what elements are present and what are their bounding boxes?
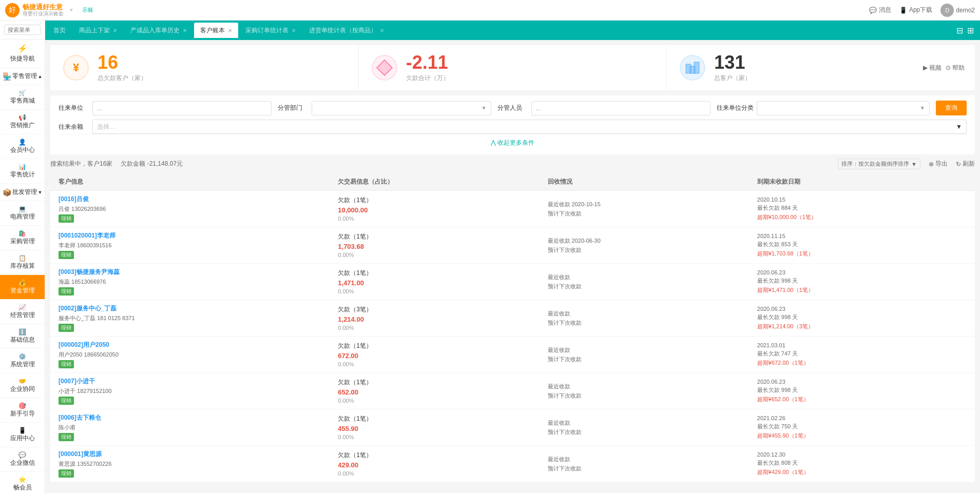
- sidebar-item-base-info[interactable]: ℹ️ 基础信息: [0, 324, 45, 349]
- due-date-3: 2020.06.23: [757, 269, 967, 275]
- customer-name-1[interactable]: [0016]吕俊: [59, 195, 338, 204]
- customer-info-2: [0001020001]李老师 李老师 18600391516 现销: [59, 231, 338, 259]
- sidebar-item-app-center[interactable]: 📱 应用中心: [0, 423, 45, 447]
- tab-close-product-inbound[interactable]: ✕: [183, 28, 187, 33]
- debt-info-4: 欠款（3笔） 1,214.00 0.00%: [338, 305, 547, 331]
- app-container: 好 畅捷通好生意 母婴行业演示账套 ▼ 示账 💬 消息 📱 App下载 D de…: [0, 0, 980, 493]
- sidebar-item-batch-mgmt[interactable]: 📦 批发管理 ▼: [0, 184, 45, 201]
- department-label: 分管部门: [278, 104, 309, 112]
- tab-close-inbound-stats[interactable]: ✕: [380, 28, 384, 33]
- help-btn[interactable]: ⊙ 帮助: [946, 64, 965, 72]
- sidebar-item-quick-nav[interactable]: ⚡ 快捷导航: [0, 40, 45, 68]
- tab-product-onoff[interactable]: 商品上下架 ✕: [73, 23, 123, 38]
- video-icon: ▶: [923, 64, 928, 71]
- source-unit-input[interactable]: ...: [92, 101, 272, 115]
- overdue-link-3[interactable]: 超期¥1,471.00（1笔）: [757, 286, 967, 294]
- app-download-nav[interactable]: 📱 App下载: [899, 6, 932, 14]
- video-btn[interactable]: ▶ 视频: [923, 64, 941, 72]
- results-info: 搜索结果中，客户16家 欠款金额 -21,148.07元: [50, 160, 183, 168]
- sidebar-item-retail-mgmt[interactable]: 🏪 零售管理 ▲: [0, 68, 45, 85]
- overdue-link-1[interactable]: 超期¥10,000.00（1笔）: [757, 213, 967, 221]
- sidebar-item-system[interactable]: ⚙️ 系统管理: [0, 349, 45, 373]
- last-pay-1: 最近收款 2020-10-15: [548, 201, 757, 208]
- stat-card-debt-total: -2.11 欠款合计（万）: [359, 45, 667, 90]
- customer-info-4: [0002]服务中心_丁磊 服务中心_丁磊 181 0125 8371 现销: [59, 304, 338, 332]
- ops-icon: 📈: [2, 304, 43, 311]
- next-pay-5: 预计下次收款: [548, 356, 757, 363]
- corp-collab-icon: 🤝: [2, 378, 43, 385]
- next-pay-4: 预计下次收款: [548, 319, 757, 327]
- purchase-icon: 🛍️: [2, 230, 43, 237]
- customer-tag-3: 现销: [59, 287, 74, 295]
- tab-close-product-onoff[interactable]: ✕: [113, 28, 117, 33]
- query-button[interactable]: 查询: [936, 101, 967, 115]
- tab-home[interactable]: 首页: [47, 23, 72, 38]
- sidebar-item-member-vip[interactable]: ⭐ 畅会员: [0, 472, 45, 493]
- debt-count-5: 欠款（1笔）: [338, 342, 547, 350]
- overdue-link-7[interactable]: 超期¥455.90（1笔）: [757, 432, 967, 440]
- demo-link[interactable]: 示账: [82, 6, 93, 14]
- tab-inbound-stats[interactable]: 进货单统计表（按商品） ✕: [303, 23, 390, 38]
- app-center-icon: 📱: [2, 427, 43, 434]
- minimize-icon[interactable]: ⊟: [956, 26, 963, 35]
- overdue-link-6[interactable]: 超期¥652.00（1笔）: [757, 396, 967, 403]
- sidebar-item-inventory[interactable]: 📋 库存核算: [0, 250, 45, 275]
- sidebar-item-member-center[interactable]: 👤 会员中心: [0, 134, 45, 159]
- dropdown-arrow-icon[interactable]: ▼: [69, 7, 74, 13]
- customer-name-5[interactable]: [000002]用户2050: [59, 341, 338, 349]
- user-avatar[interactable]: D demo2: [940, 4, 975, 17]
- collapse-btn[interactable]: ⋀ 收起更多条件: [59, 134, 967, 149]
- next-pay-6: 预计下次收款: [548, 392, 757, 400]
- sidebar-item-retail-mall[interactable]: 🛒 零售商城: [0, 85, 45, 110]
- overdue-link-2[interactable]: 超期¥1,703.68（1笔）: [757, 250, 967, 258]
- maximize-icon[interactable]: ⊞: [967, 26, 974, 35]
- overdue-link-5[interactable]: 超期¥672.00（1笔）: [757, 359, 967, 367]
- sidebar-item-finance[interactable]: 💰 资金管理: [0, 275, 45, 300]
- balance-select[interactable]: 选择... ▼: [92, 120, 967, 134]
- customer-name-3[interactable]: [0003]畅捷服务尹海蕊: [59, 268, 338, 277]
- customer-name-7[interactable]: [0006]去下粮仓: [59, 413, 338, 422]
- search-input[interactable]: [4, 25, 41, 35]
- debt-info-5: 欠款（1笔） 672.00 0.00%: [338, 342, 547, 367]
- tab-purchase-order[interactable]: 采购订单统计表 ✕: [239, 23, 302, 38]
- sort-select[interactable]: 排序：按欠款金额倒序排序 ▼: [838, 159, 920, 169]
- overdue-link-4[interactable]: 超期¥1,214.00（3笔）: [757, 323, 967, 330]
- sidebar-item-new-guide[interactable]: 🎯 新手引导: [0, 398, 45, 423]
- top-bar: 好 畅捷通好生意 母婴行业演示账套 ▼ 示账 💬 消息 📱 App下载 D de…: [0, 0, 980, 21]
- app-subtitle: 母婴行业演示账套: [23, 11, 64, 17]
- payback-info-2: 最近收款 2020-06-30 预计下次收款: [548, 237, 757, 254]
- last-pay-7: 最近收款: [548, 419, 757, 427]
- export-btn[interactable]: ⊕ 导出: [929, 160, 948, 168]
- sidebar-item-marketing[interactable]: 📢 营销推广: [0, 110, 45, 134]
- customer-name-2[interactable]: [0001020001]李老师: [59, 231, 338, 240]
- manager-label: 分管人员: [497, 104, 528, 112]
- message-nav[interactable]: 💬 消息: [869, 6, 891, 14]
- tab-close-purchase-order[interactable]: ✕: [292, 28, 296, 33]
- tab-product-inbound[interactable]: 产成品入库单历史 ✕: [124, 23, 193, 38]
- sidebar-item-ops[interactable]: 📈 经营管理: [0, 300, 45, 324]
- sidebar-item-corp-collab[interactable]: 🤝 企业协同: [0, 373, 45, 398]
- max-overdue-days-8: 最长欠款 808 天: [757, 459, 967, 467]
- sidebar-item-purchase[interactable]: 🛍️ 采购管理: [0, 226, 45, 250]
- customer-name-8[interactable]: [000001]黄思源: [59, 450, 338, 459]
- sidebar-item-retail-stats[interactable]: 📊 零售统计: [0, 159, 45, 184]
- debt-amount-6: 652.00: [338, 388, 547, 396]
- batch-mgmt-icon: 📦: [3, 188, 11, 196]
- unit-category-input[interactable]: ▼: [757, 101, 930, 115]
- tab-close-customer-account[interactable]: ✕: [228, 28, 232, 33]
- manager-input[interactable]: ...: [531, 101, 710, 115]
- col-header-debt: 欠交易信息（占比）: [338, 178, 547, 186]
- customer-name-4[interactable]: [0002]服务中心_丁磊: [59, 304, 338, 313]
- due-date-4: 2020.06.23: [757, 306, 967, 312]
- refresh-btn[interactable]: ↻ 刷新: [956, 160, 975, 168]
- customer-name-6[interactable]: [0007]小进干: [59, 377, 338, 386]
- sort-label: 排序：按欠款金额倒序排序: [841, 160, 909, 168]
- tab-customer-account[interactable]: 客户账本 ✕: [194, 23, 238, 38]
- sidebar-item-ecom[interactable]: 💻 电商管理: [0, 201, 45, 226]
- department-input[interactable]: ▼: [312, 101, 491, 115]
- overdue-link-8[interactable]: 超期¥429.00（1笔）: [757, 468, 967, 476]
- next-pay-7: 预计下次收款: [548, 428, 757, 436]
- debt-info-2: 欠款（1笔） 1,703.68 0.00%: [338, 232, 547, 258]
- overdue-info-1: 2020.10.15 最长欠款 884 天 超期¥10,000.00（1笔）: [757, 196, 967, 221]
- sidebar-item-corp-wechat[interactable]: 💬 企业微信: [0, 447, 45, 472]
